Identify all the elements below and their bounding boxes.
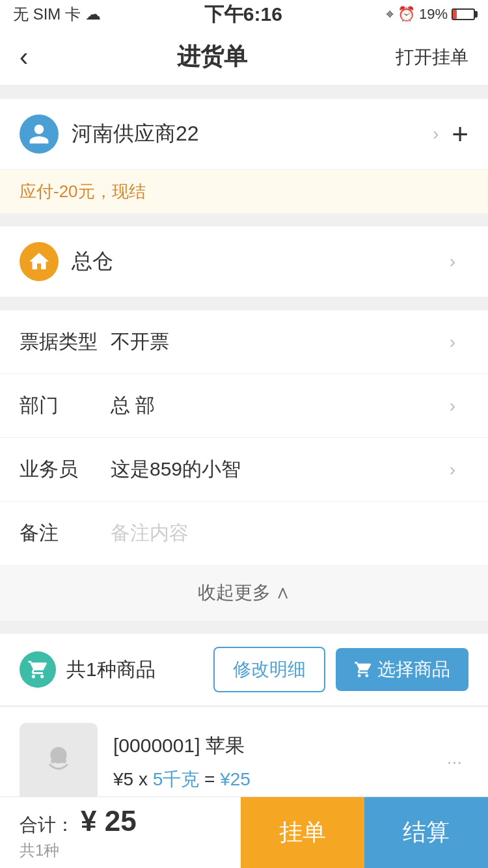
product-price: ¥5 x 5千克 = ¥25 [113, 767, 441, 792]
gap-4 [0, 621, 488, 634]
location-icon: ⌖ [386, 6, 394, 23]
department-label: 部门 [20, 392, 111, 419]
status-left: 无 SIM 卡 ☁ [13, 4, 101, 25]
department-row[interactable]: 部门 总 部 › [0, 373, 488, 437]
add-supplier-button[interactable]: + [452, 120, 468, 148]
gap-3 [0, 297, 488, 310]
total-label: 合计： [20, 813, 74, 837]
invoice-type-value: 不开票 [111, 329, 450, 355]
gap-2 [0, 213, 488, 226]
hang-button[interactable]: 挂单 [241, 797, 364, 868]
total-amount: ¥ 25 [81, 805, 137, 837]
remark-row[interactable]: 备注 备注内容 [0, 501, 488, 565]
sim-status: 无 SIM 卡 ☁ [13, 4, 101, 25]
total-section: 合计： ¥ 25 共1种 [0, 797, 241, 868]
salesperson-arrow-icon: › [450, 459, 455, 480]
remark-label: 备注 [20, 520, 111, 547]
gap-1 [0, 86, 488, 99]
warehouse-row[interactable]: 总仓 › [0, 226, 488, 297]
total-count: 共1种 [20, 840, 221, 861]
department-value: 总 部 [111, 392, 450, 419]
collapse-button[interactable]: 收起更多 ∧ [0, 565, 488, 621]
battery-icon [452, 8, 475, 20]
svg-point-2 [62, 759, 66, 763]
total-line: 合计： ¥ 25 [20, 805, 221, 837]
warehouse-section: 总仓 › [0, 226, 488, 297]
open-hang-button[interactable]: 打开挂单 [396, 45, 468, 70]
supplier-warning: 应付-20元，现结 [0, 170, 488, 213]
department-arrow-icon: › [450, 396, 455, 416]
products-header: 共1种商品 修改明细 选择商品 [0, 634, 488, 705]
products-count: 共1种商品 [66, 657, 213, 683]
warehouse-icon [20, 242, 59, 281]
supplier-section: 河南供应商22 › + 应付-20元，现结 [0, 99, 488, 213]
status-right: ⌖ ⏰ 19% [386, 6, 475, 23]
invoice-type-row[interactable]: 票据类型 不开票 › [0, 310, 488, 373]
equals: = [199, 769, 220, 789]
salesperson-row[interactable]: 业务员 这是859的小智 › [0, 437, 488, 501]
select-product-button[interactable]: 选择商品 [336, 648, 468, 691]
product-code: [0000001] [113, 735, 206, 756]
collapse-label: 收起更多 ∧ [198, 580, 291, 605]
quantity: 5千克 [153, 769, 200, 789]
cart-icon [27, 659, 48, 680]
warehouse-name: 总仓 [72, 247, 450, 276]
status-bar: 无 SIM 卡 ☁ 下午6:16 ⌖ ⏰ 19% [0, 0, 488, 29]
product-more-button[interactable]: ··· [441, 745, 468, 779]
home-icon [27, 250, 51, 273]
product-thumbnail [20, 723, 98, 801]
product-title: 苹果 [206, 735, 245, 756]
invoice-arrow-icon: › [450, 332, 455, 353]
checkout-button[interactable]: 结算 [364, 797, 488, 868]
remark-input[interactable]: 备注内容 [111, 520, 468, 547]
supplier-row[interactable]: 河南供应商22 › + [0, 99, 488, 170]
edit-detail-button[interactable]: 修改明细 [213, 647, 325, 692]
status-time: 下午6:16 [204, 1, 282, 28]
product-thumb-icon [36, 739, 81, 785]
supplier-name: 河南供应商22 [72, 120, 433, 148]
alarm-icon: ⏰ [398, 6, 415, 23]
supplier-arrow-icon: › [433, 124, 439, 144]
product-info: [0000001] 苹果 ¥5 x 5千克 = ¥25 [113, 733, 441, 792]
select-product-icon [354, 660, 372, 679]
back-button[interactable]: ‹ [20, 42, 28, 72]
select-product-label: 选择商品 [377, 657, 450, 682]
page-title: 进货单 [177, 41, 247, 73]
supplier-avatar [20, 115, 59, 154]
invoice-type-label: 票据类型 [20, 329, 111, 355]
warehouse-arrow-icon: › [450, 251, 455, 272]
bottom-bar: 合计： ¥ 25 共1种 挂单 结算 [0, 796, 488, 868]
svg-point-1 [51, 759, 55, 763]
total-price: ¥25 [220, 769, 251, 789]
unit-price: ¥5 x [113, 769, 153, 789]
product-name: [0000001] 苹果 [113, 733, 441, 759]
products-icon [20, 651, 56, 688]
form-section: 票据类型 不开票 › 部门 总 部 › 业务员 这是859的小智 › 备注 备注… [0, 310, 488, 565]
salesperson-value: 这是859的小智 [111, 456, 450, 483]
person-icon [27, 122, 51, 146]
battery-level: 19% [419, 6, 448, 23]
nav-bar: ‹ 进货单 打开挂单 [0, 29, 488, 86]
salesperson-label: 业务员 [20, 456, 111, 483]
